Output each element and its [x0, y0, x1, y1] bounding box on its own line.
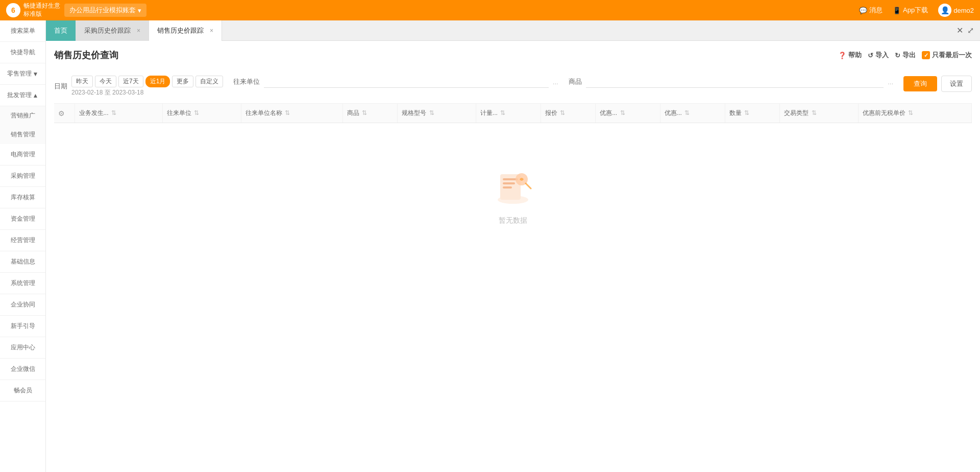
goods-input[interactable] — [586, 76, 884, 88]
filter-bar: 日期 昨天 今天 近7天 近1月 更多 自定义 2023-02-18 至 202… — [54, 69, 972, 104]
sort-icon: ⇅ — [744, 109, 749, 116]
goods-filter-label: 商品 — [569, 77, 582, 86]
table-header-row: ⚙ 业务发生... ⇅ 往来单位 ⇅ 往来单位名称 ⇅ — [54, 104, 972, 123]
sidebar-item-sales-mgmt[interactable]: 销售管理 — [0, 125, 45, 144]
tab-purchase-history[interactable]: 采购历史价跟踪 × — [76, 20, 149, 41]
query-button[interactable]: 查询 — [903, 76, 937, 91]
goods-filter-group: 商品 ... — [569, 76, 893, 88]
sidebar-item-purchase[interactable]: 采购管理 — [0, 166, 45, 187]
filter-actions: 查询 设置 — [903, 76, 972, 92]
th-discount2[interactable]: 优惠... ⇅ — [660, 104, 725, 123]
date-7days-btn[interactable]: 近7天 — [118, 76, 143, 87]
help-action[interactable]: ❓ 帮助 — [838, 51, 862, 60]
sort-icon: ⇅ — [429, 109, 434, 116]
sort-icon: ⇅ — [362, 109, 367, 116]
sidebar-item-wework[interactable]: 企业微信 — [0, 359, 45, 380]
only-last-checkbox[interactable] — [922, 51, 930, 59]
sort-icon: ⇅ — [285, 109, 290, 116]
avatar: 👤 — [938, 4, 951, 17]
sidebar-item-system[interactable]: 系统管理 — [0, 273, 45, 294]
maximize-button[interactable]: ⤢ — [967, 26, 974, 35]
page-content: 销售历史价查询 ❓ 帮助 ↺ 导入 ↻ 导出 — [46, 41, 980, 472]
sidebar-item-cooperation[interactable]: 企业协同 — [0, 294, 45, 316]
sort-icon: ⇅ — [812, 109, 817, 116]
empty-state: 暂无数据 — [54, 123, 972, 266]
tab-sales-history-close[interactable]: × — [210, 27, 213, 34]
sidebar-item-finance[interactable]: 资金管理 — [0, 208, 45, 230]
setting-button[interactable]: 设置 — [941, 76, 972, 92]
th-partner[interactable]: 往来单位 ⇅ — [163, 104, 241, 123]
data-table: ⚙ 业务发生... ⇅ 往来单位 ⇅ 往来单位名称 ⇅ — [54, 104, 972, 123]
export-action[interactable]: ↻ 导出 — [895, 51, 916, 60]
sidebar-item-retail-mgmt[interactable]: 零售管理 ▼ — [0, 63, 45, 85]
th-spec[interactable]: 规格型号 ⇅ — [398, 104, 476, 123]
th-settings: ⚙ — [54, 104, 75, 123]
user-menu[interactable]: 👤 demo2 — [938, 4, 974, 17]
partner-filter-group: 往来单位 ... — [233, 76, 558, 88]
sort-icon: ⇅ — [620, 109, 625, 116]
message-icon: 💬 — [859, 7, 867, 14]
sort-icon: ⇅ — [908, 109, 913, 116]
partner-input[interactable] — [264, 76, 548, 88]
sidebar-item-inventory[interactable]: 库存核算 — [0, 187, 45, 208]
svg-line-6 — [526, 183, 531, 188]
gear-icon[interactable]: ⚙ — [58, 109, 65, 117]
th-unit[interactable]: 计量... ⇅ — [476, 104, 541, 123]
tab-purchase-history-close[interactable]: × — [137, 27, 140, 34]
close-window-button[interactable]: ✕ — [957, 26, 963, 35]
download-icon: 📱 — [893, 7, 901, 14]
sidebar-item-wholesale-mgmt[interactable]: 批发管理 ▲ — [0, 85, 45, 106]
message-button[interactable]: 💬 消息 — [859, 6, 883, 15]
chevron-down-icon: ▼ — [33, 70, 39, 78]
date-custom-btn[interactable]: 自定义 — [195, 76, 223, 87]
sidebar-item-quick-nav[interactable]: 快捷导航 — [0, 42, 45, 63]
empty-icon — [490, 164, 536, 210]
sort-icon: ⇅ — [500, 109, 505, 116]
tab-actions: ✕ ⤢ — [957, 26, 980, 35]
sidebar-item-app-center[interactable]: 应用中心 — [0, 337, 45, 359]
sidebar-item-member[interactable]: 畅会员 — [0, 380, 45, 402]
tab-sales-history[interactable]: 销售历史价跟踪 × — [149, 20, 222, 41]
sidebar-item-ecommerce[interactable]: 电商管理 — [0, 144, 45, 166]
tab-bar: 首页 采购历史价跟踪 × 销售历史价跟踪 × ✕ ⤢ — [46, 20, 980, 41]
logo-text: 畅捷通好生意 标准版 — [23, 2, 60, 18]
th-quantity[interactable]: 数量 ⇅ — [725, 104, 780, 123]
sidebar-item-guide[interactable]: 新手引导 — [0, 316, 45, 337]
date-filter-options: 昨天 今天 近7天 近1月 更多 自定义 2023-02-18 至 2023-0… — [71, 76, 223, 97]
date-yesterday-btn[interactable]: 昨天 — [71, 76, 93, 87]
goods-search-icon[interactable]: ... — [888, 78, 893, 86]
export-icon: ↻ — [895, 52, 900, 59]
date-today-btn[interactable]: 今天 — [95, 76, 116, 87]
svg-rect-4 — [503, 186, 512, 188]
sidebar-item-search-menu[interactable]: 搜索菜单 — [0, 20, 45, 42]
logo-area: 6 畅捷通好生意 标准版 — [6, 2, 60, 18]
th-pre-discount-price[interactable]: 优惠前无税单价 ⇅ — [858, 104, 971, 123]
page-title: 销售历史价查询 — [54, 49, 118, 61]
page-title-row: 销售历史价查询 ❓ 帮助 ↺ 导入 ↻ 导出 — [54, 49, 972, 61]
date-1month-btn[interactable]: 近1月 — [145, 76, 170, 87]
sort-icon: ⇅ — [684, 109, 690, 116]
th-biz-date[interactable]: 业务发生... ⇅ — [75, 104, 163, 123]
date-buttons: 昨天 今天 近7天 近1月 更多 自定义 — [71, 76, 223, 87]
app-download-button[interactable]: 📱 App下载 — [893, 6, 928, 15]
th-trade-type[interactable]: 交易类型 ⇅ — [780, 104, 858, 123]
app-selector[interactable]: 办公用品行业模拟账套 ▾ — [64, 4, 146, 17]
th-goods[interactable]: 商品 ⇅ — [342, 104, 398, 123]
date-range-display: 2023-02-18 至 2023-03-18 — [71, 88, 223, 97]
import-action[interactable]: ↺ 导入 — [868, 51, 889, 60]
top-bar-left: 6 畅捷通好生意 标准版 办公用品行业模拟账套 ▾ — [6, 2, 146, 18]
only-last-action[interactable]: 只看最后一次 — [922, 51, 972, 60]
th-price[interactable]: 报价 ⇅ — [541, 104, 596, 123]
th-discount1[interactable]: 优惠... ⇅ — [596, 104, 660, 123]
main-layout: 搜索菜单 快捷导航 零售管理 ▼ 批发管理 ▲ 营销推广 销售管理 电商管理 采 — [0, 20, 980, 472]
partner-filter-label: 往来单位 — [233, 77, 260, 86]
th-partner-name[interactable]: 往来单位名称 ⇅ — [241, 104, 342, 123]
sidebar-item-marketing[interactable]: 营销推广 — [0, 106, 45, 125]
partner-search-icon[interactable]: ... — [553, 78, 558, 86]
th-biz-date-label: 业务发生... — [79, 109, 109, 116]
tab-home[interactable]: 首页 — [46, 20, 76, 41]
date-filter-label: 日期 — [54, 82, 67, 91]
sidebar-item-base-info[interactable]: 基础信息 — [0, 251, 45, 273]
sidebar-item-operations[interactable]: 经营管理 — [0, 230, 45, 251]
date-more-btn[interactable]: 更多 — [172, 76, 193, 87]
